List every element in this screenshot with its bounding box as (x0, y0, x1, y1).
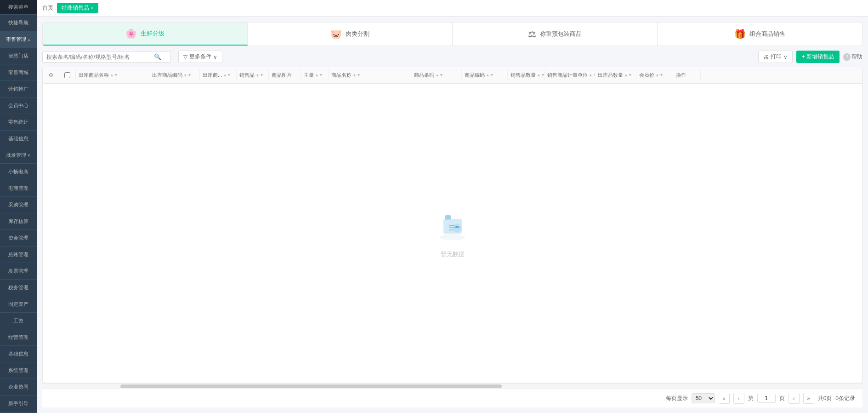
select-all-checkbox[interactable] (64, 72, 70, 78)
pifa-arrow-icon: ▼ (27, 153, 31, 158)
page-prefix: 第 (748, 395, 754, 402)
col-outspec[interactable]: 出库商... ▲▼ (200, 69, 237, 81)
sidebar-item-fapiao[interactable]: 发票管理 (0, 263, 37, 280)
sidebar: 搜索菜单 快捷导航 零售管理 ▲ 智慧门店 零售商城 营销推广 会员中心 零售统… (0, 0, 37, 413)
tab-close-icon[interactable]: × (91, 6, 94, 11)
table-body: 暂无数据 (43, 84, 862, 383)
sidebar-item-lingshoj[interactable]: 零售统计 (0, 114, 37, 131)
special-sales-tab[interactable]: 特殊销售品 × (57, 3, 98, 13)
sidebar-item-lingshol[interactable]: 零售管理 ▲ (0, 31, 37, 48)
svg-point-3 (453, 224, 461, 232)
last-page-button[interactable]: » (803, 393, 814, 404)
home-link[interactable]: 首页 (42, 4, 53, 12)
toolbar-row: 🔍 ▽ 更多条件 ∨ 🖨 打印 ∨ + 新增销售品 ? (42, 51, 862, 63)
page-number-input[interactable] (757, 394, 776, 403)
search-box: 🔍 (42, 51, 171, 63)
total-pages: 共0页 (818, 395, 832, 402)
add-label: + 新增销售品 (802, 53, 834, 61)
table-header: ⚙ 出库商品名称 ▲▼ 出库商品编码 ▲▼ 出库商... ▲▼ (43, 67, 862, 84)
print-arrow-icon: ∨ (783, 54, 788, 60)
sidebar-item-zhihui[interactable]: 智慧门店 (0, 48, 37, 64)
scrollbar-thumb[interactable] (120, 384, 502, 388)
filter-button[interactable]: ▽ 更多条件 ∨ (178, 51, 222, 63)
col-settings[interactable]: ⚙ (43, 69, 59, 81)
sort-goodsname-icon: ▲▼ (352, 73, 361, 77)
col-saleqty[interactable]: 销售品数量 ▲▼ (508, 69, 545, 81)
sidebar-item-jingying[interactable]: 经营管理 (0, 329, 37, 346)
print-label: 打印 (771, 53, 782, 61)
sort-outname-icon: ▲▼ (110, 73, 118, 77)
col-barcode[interactable]: 商品条码 ▲▼ (411, 69, 462, 81)
col-action: 操作 (673, 69, 701, 81)
page-content: 🌸 生鲜分级 🐷 肉类分割 ⚖ 称重预包装商品 🎁 组合商品销售 🔍 (37, 17, 868, 413)
print-icon: 🖨 (763, 54, 769, 60)
search-icon[interactable]: 🔍 (154, 53, 161, 60)
sidebar-item-xiaochangdianshang[interactable]: 小畅电商 (0, 164, 37, 180)
tab-combo[interactable]: 🎁 组合商品销售 (658, 23, 862, 46)
col-salesitem[interactable]: 销售品 ▲▼ (237, 69, 269, 81)
col-unit[interactable]: 销售商品计量单位 ▲▼ (545, 69, 595, 81)
horizontal-scrollbar[interactable] (42, 383, 862, 389)
next-page-button[interactable]: › (789, 393, 800, 404)
sort-outqty-icon: ▲▼ (624, 73, 632, 77)
help-label: 帮助 (851, 53, 862, 61)
tab-weight-label: 称重预包装商品 (540, 30, 582, 38)
svg-point-4 (455, 226, 457, 228)
pagination-bar: 每页显示 50 10 20 100 « ‹ 第 页 › » 共0页 0条记录 (42, 389, 862, 407)
col-mainqty[interactable]: 主量 ▲▼ (301, 69, 329, 81)
empty-text: 暂无数据 (441, 250, 465, 258)
col-outqty[interactable]: 出库品数量 ▲▼ (595, 69, 636, 81)
col-price[interactable]: 会员价 ▲▼ (636, 69, 673, 81)
svg-point-5 (457, 226, 458, 228)
combo-icon: 🎁 (734, 29, 746, 40)
sidebar-item-huiyuan[interactable]: 会员中心 (0, 98, 37, 114)
main-content: 首页 特殊销售品 × 🌸 生鲜分级 🐷 肉类分割 ⚖ 称重预包装商品 🎁 组合商… (37, 0, 868, 413)
col-goodscode[interactable]: 商品编码 ▲▼ (462, 69, 508, 81)
search-input[interactable] (46, 54, 152, 60)
per-page-select[interactable]: 50 10 20 100 (692, 393, 715, 403)
tab-meat[interactable]: 🐷 肉类分割 (248, 23, 453, 46)
tab-weight[interactable]: ⚖ 称重预包装商品 (453, 23, 658, 46)
toolbar-right: 🖨 打印 ∨ + 新增销售品 ? 帮助 (758, 51, 862, 63)
svg-point-0 (440, 235, 465, 241)
sidebar-item-gudingzichan[interactable]: 固定资产 (0, 296, 37, 313)
sort-unit-icon: ▲▼ (589, 73, 595, 77)
add-button[interactable]: + 新增销售品 (796, 51, 840, 63)
tab-fresh[interactable]: 🌸 生鲜分级 (43, 23, 248, 46)
per-page-label: 每页显示 (666, 395, 688, 402)
help-icon: ? (843, 53, 851, 61)
col-img[interactable]: 商品图片 (269, 69, 301, 81)
sidebar-item-kuaijie[interactable]: 快捷导航 (0, 15, 37, 31)
help-button[interactable]: ? 帮助 (843, 53, 862, 61)
col-outname[interactable]: 出库商品名称 ▲▼ (76, 69, 149, 81)
sidebar-logo[interactable]: 搜索菜单 (0, 0, 37, 15)
sidebar-item-dianshang[interactable]: 电商管理 (0, 180, 37, 197)
data-table: ⚙ 出库商品名称 ▲▼ 出库商品编码 ▲▼ 出库商... ▲▼ (42, 67, 862, 383)
sidebar-item-jichu1[interactable]: 基础信息 (0, 131, 37, 147)
sidebar-item-xitong[interactable]: 系统管理 (0, 362, 37, 379)
col-checkbox[interactable] (59, 69, 76, 81)
tab-fresh-label: 生鲜分级 (141, 29, 165, 38)
sidebar-item-qiye[interactable]: 企业协同 (0, 379, 37, 396)
sidebar-item-zijin[interactable]: 资金管理 (0, 230, 37, 247)
sidebar-item-lingshoshangcheng[interactable]: 零售商城 (0, 64, 37, 81)
topbar: 首页 特殊销售品 × (37, 0, 868, 17)
sidebar-item-caigou[interactable]: 采购管理 (0, 197, 37, 213)
sidebar-item-pifa[interactable]: 批发管理 ▼ (0, 147, 37, 164)
print-button[interactable]: 🖨 打印 ∨ (758, 51, 793, 63)
page-suffix: 页 (779, 395, 785, 402)
sidebar-item-yingxiao[interactable]: 营销推广 (0, 81, 37, 98)
sidebar-item-zhangmu[interactable]: 总账管理 (0, 247, 37, 263)
col-outcode[interactable]: 出库商品编码 ▲▼ (149, 69, 200, 81)
sidebar-item-gongzi[interactable]: 工资 (0, 313, 37, 329)
empty-icon (434, 208, 471, 245)
prev-page-button[interactable]: ‹ (733, 393, 744, 404)
sidebar-item-shuiwu[interactable]: 税务管理 (0, 280, 37, 296)
sidebar-item-kucun[interactable]: 库存核算 (0, 213, 37, 230)
first-page-button[interactable]: « (719, 393, 730, 404)
sidebar-item-jichu2[interactable]: 基础信息 (0, 346, 37, 362)
sidebar-item-xinshou[interactable]: 新手引导 (0, 396, 37, 412)
col-goodsname[interactable]: 商品名称 ▲▼ (329, 69, 411, 81)
total-records: 0条记录 (835, 395, 855, 402)
tab-meat-label: 肉类分割 (346, 30, 369, 38)
